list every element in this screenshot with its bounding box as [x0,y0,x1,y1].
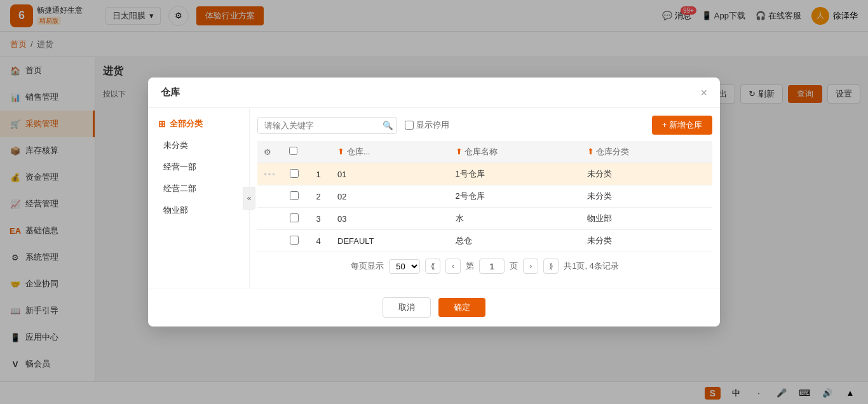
modal-overlay: 仓库 × ⊞ 全部分类 未分类 经营一部 经营二部 物业部 « [0,0,868,404]
row-checkbox-2[interactable] [290,191,299,200]
row-num-4: 4 [306,230,331,252]
row-checkbox-1[interactable] [290,169,299,178]
search-input[interactable] [258,118,377,133]
row-category-4: 未分类 [581,230,712,252]
row-name-2: 2号仓库 [449,185,581,208]
page-input[interactable] [479,259,505,274]
row-num-3: 3 [306,208,331,230]
row-code-2: 02 [331,185,449,208]
table-header-row: ⚙ ⬆ 仓库... [257,141,712,163]
next-page-button[interactable]: › [523,259,538,274]
row-category-3: 物业部 [581,208,712,230]
gear-col-icon: ⚙ [264,147,271,157]
row-category-2: 未分类 [581,185,712,208]
row-code-3: 03 [331,208,449,230]
prev-page-button[interactable]: ‹ [445,259,461,274]
row-actions-1: ••• [257,163,283,185]
row-num-2: 2 [306,185,331,208]
warehouse-modal: 仓库 × ⊞ 全部分类 未分类 经营一部 经营二部 物业部 « [148,77,720,327]
table-toolbar: 🔍 显示停用 + 新增仓库 [257,116,712,135]
show-disabled-label[interactable]: 显示停用 [405,119,449,131]
row-checkbox-4[interactable] [290,236,299,245]
show-disabled-checkbox[interactable] [405,121,414,130]
search-icon: 🔍 [383,121,393,130]
row-actions-4 [257,230,283,252]
sort-icon-cat: ⬆ [587,147,594,156]
category-collapse-button[interactable]: « [243,187,255,210]
category-sidebar: ⊞ 全部分类 未分类 经营一部 经营二部 物业部 « [148,108,250,288]
table-row[interactable]: 2 02 2号仓库 未分类 [257,185,712,208]
table-row[interactable]: ••• 1 01 1号仓库 未分类 [257,163,712,185]
sort-icon-name: ⬆ [456,147,463,156]
warehouse-table-area: 🔍 显示停用 + 新增仓库 [250,108,720,288]
modal-header: 仓库 × [148,77,720,108]
modal-footer: 取消 确定 [148,288,720,327]
modal-body: ⊞ 全部分类 未分类 经营一部 经营二部 物业部 « 🔍 [148,108,720,288]
col-gear: ⚙ [257,141,283,163]
select-all-checkbox[interactable] [289,147,297,155]
total-info: 共1页, 4条记录 [564,260,619,272]
row-code-1: 01 [331,163,449,185]
pagination: 每页显示 50 ⟪ ‹ 第 页 › ⟫ 共1页, 4条记录 [257,252,712,280]
page-size-select[interactable]: 50 [389,259,420,274]
row-name-3: 水 [449,208,581,230]
modal-close-button[interactable]: × [700,87,707,98]
table-row[interactable]: 3 03 水 物业部 [257,208,712,230]
row-name-1: 1号仓库 [449,163,581,185]
warehouse-table: ⚙ ⬆ 仓库... [257,141,712,252]
row-actions-3 [257,208,283,230]
row-checkbox-3[interactable] [290,213,299,222]
col-name: ⬆ 仓库名称 [449,141,581,163]
category-all-item[interactable]: ⊞ 全部分类 [148,113,249,135]
col-category: ⬆ 仓库分类 [581,141,712,163]
cancel-button[interactable]: 取消 [383,297,431,318]
row-category-1: 未分类 [581,163,712,185]
col-num [306,141,331,163]
confirm-button[interactable]: 确定 [438,298,485,317]
col-checkbox [283,141,306,163]
search-wrapper: 🔍 [257,117,397,134]
category-item-unclassified[interactable]: 未分类 [148,135,249,156]
last-page-button[interactable]: ⟫ [543,259,559,274]
action-dots-icon[interactable]: ••• [264,170,276,179]
row-num-1: 1 [306,163,331,185]
category-item-dept3[interactable]: 物业部 [148,199,249,221]
first-page-button[interactable]: ⟪ [425,259,440,274]
row-code-4: DEFAULT [331,230,449,252]
grid-icon: ⊞ [158,119,166,129]
col-code: ⬆ 仓库... [331,141,449,163]
table-row[interactable]: 4 DEFAULT 总仓 未分类 [257,230,712,252]
search-button[interactable]: 🔍 [377,121,397,130]
sort-icon: ⬆ [337,147,344,156]
modal-title: 仓库 [161,86,180,98]
add-warehouse-button[interactable]: + 新增仓库 [652,116,712,135]
row-name-4: 总仓 [449,230,581,252]
row-actions-2 [257,185,283,208]
category-item-dept1[interactable]: 经营一部 [148,156,249,178]
category-item-dept2[interactable]: 经营二部 [148,178,249,199]
